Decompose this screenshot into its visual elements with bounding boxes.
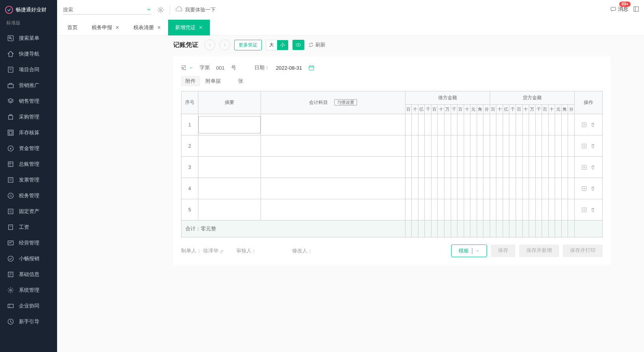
voucher-card: 记 字第 001 号 日期： 2022-08-31 附件 附单据 张 [173, 56, 611, 265]
tab-0[interactable]: 首页 [60, 20, 85, 35]
sidebar-item-label: 经营管理 [19, 239, 39, 246]
tab-1[interactable]: 税务申报✕ [85, 20, 126, 35]
summary-cell[interactable] [198, 135, 261, 157]
add-row-icon[interactable] [581, 186, 587, 191]
summary-cell[interactable] [198, 114, 261, 135]
size-small-button[interactable]: 小 [277, 40, 288, 50]
voucher-number[interactable]: 001 [216, 65, 225, 71]
refresh-button[interactable]: 刷新 [308, 41, 326, 48]
delete-row-icon[interactable] [590, 207, 596, 213]
action-cell [574, 135, 602, 157]
brand-logo: 畅捷通好业财 [0, 0, 57, 20]
experience-label: 我要体验一下 [185, 6, 216, 13]
modifier-info: 修改人： [292, 247, 313, 254]
sidebar-item-14[interactable]: 小畅报销 [0, 251, 57, 267]
sidebar-item-2[interactable]: 项目合同 [0, 62, 57, 78]
sidebar-item-label: 营销推广 [19, 82, 39, 89]
panel-icon[interactable] [633, 6, 639, 12]
template-button[interactable]: 模板 [451, 245, 487, 257]
sidebar-item-15[interactable]: 基础信息 [0, 267, 57, 282]
delete-row-icon[interactable] [590, 186, 596, 191]
add-row-icon[interactable] [581, 143, 587, 149]
sidebar-item-1[interactable]: 快捷导航 [0, 46, 57, 62]
template-dropdown[interactable] [472, 248, 479, 254]
sidebar-item-6[interactable]: 库存核算 [0, 125, 57, 141]
sidebar-item-18[interactable]: 新手引导 [0, 314, 57, 330]
sidebar-item-13[interactable]: 经营管理 [0, 235, 57, 251]
action-cell [574, 178, 602, 199]
tab-3[interactable]: 新增凭证✕ [168, 20, 210, 35]
voucher-date[interactable]: 2022-08-31 [276, 65, 302, 71]
delete-row-icon[interactable] [590, 122, 596, 128]
sidebar-item-0[interactable]: 搜索菜单 [0, 30, 57, 46]
add-row-icon[interactable] [581, 165, 587, 170]
sidebar-item-11[interactable]: 固定资产 [0, 204, 57, 219]
subject-cell[interactable] [261, 157, 405, 178]
sidebar-item-17[interactable]: 企业协同 [0, 298, 57, 314]
tab-2[interactable]: 税表清册✕ [126, 20, 168, 35]
summary-cell[interactable] [198, 178, 261, 199]
sidebar-item-9[interactable]: 发票管理 [0, 172, 57, 188]
sidebar-item-3[interactable]: 营销推广 [0, 78, 57, 93]
sidebar-icon [7, 224, 14, 231]
chevron-down-icon[interactable] [146, 7, 152, 12]
sidebar-item-8[interactable]: 总账管理 [0, 156, 57, 172]
close-icon[interactable]: ✕ [157, 25, 161, 30]
voucher-header: 记 字第 001 号 日期： 2022-08-31 [181, 64, 603, 71]
voucher-type[interactable]: 记 [181, 64, 193, 71]
sidebar-icon [7, 208, 14, 215]
sidebar-item-label: 发票管理 [19, 176, 39, 183]
calendar-icon[interactable] [308, 65, 315, 71]
next-button[interactable] [219, 39, 230, 50]
summary-cell[interactable] [198, 157, 261, 178]
save-button[interactable]: 保存 [491, 245, 515, 257]
close-icon[interactable]: ✕ [115, 25, 119, 30]
svg-rect-20 [8, 209, 13, 214]
sidebar-item-5[interactable]: 采购管理 [0, 109, 57, 125]
add-row-icon[interactable] [581, 122, 587, 128]
summary-cell[interactable] [198, 199, 261, 220]
save-print-button[interactable]: 保存并打印 [563, 245, 603, 257]
sidebar-item-label: 采购管理 [19, 113, 39, 120]
sidebar-item-16[interactable]: 系统管理 [0, 282, 57, 298]
delete-row-icon[interactable] [590, 165, 596, 170]
sidebar-item-label: 快捷导航 [19, 50, 39, 57]
more-voucher-button[interactable]: 更多凭证 [234, 40, 262, 50]
chevron-down-icon [476, 249, 479, 253]
sidebar-item-4[interactable]: 销售管理 [0, 93, 57, 109]
sidebar-icon [7, 35, 14, 42]
delete-row-icon[interactable] [590, 143, 596, 149]
sidebar-item-label: 基础信息 [19, 271, 39, 278]
search-box[interactable] [63, 5, 152, 15]
tab-label: 税表清册 [133, 24, 154, 31]
summary-input[interactable] [198, 116, 261, 133]
sidebar-icon [7, 50, 14, 57]
edit-icon[interactable] [220, 249, 224, 254]
sidebar-item-label: 固定资产 [19, 208, 39, 215]
preview-button[interactable] [292, 40, 304, 50]
add-row-icon[interactable] [581, 207, 587, 213]
gear-icon[interactable] [157, 6, 164, 13]
voucher-footer: 制单人： 徐泽华 审核人： 修改人： 模板 保存 保存并新增 [181, 245, 603, 257]
attachment-button[interactable]: 附件 [181, 76, 200, 86]
sidebar-item-7[interactable]: ¥资金管理 [0, 141, 57, 156]
subject-cell[interactable] [261, 135, 405, 157]
sidebar-item-label: 销售管理 [19, 98, 39, 105]
sidebar-item-12[interactable]: 工资 [0, 219, 57, 235]
habit-settings-button[interactable]: 习惯设置 [334, 99, 357, 106]
subject-cell[interactable] [261, 114, 405, 135]
subject-cell[interactable] [261, 199, 405, 220]
subject-cell[interactable] [261, 178, 405, 199]
size-toggle: 大 小 [266, 40, 289, 50]
prev-button[interactable] [204, 39, 215, 50]
save-new-button[interactable]: 保存并新增 [519, 245, 559, 257]
search-input[interactable] [63, 7, 134, 13]
close-icon[interactable]: ✕ [199, 25, 203, 30]
tab-label: 首页 [67, 24, 78, 31]
sidebar-item-10[interactable]: 税务管理 [0, 188, 57, 204]
experience-button[interactable]: 我要体验一下 [176, 6, 216, 13]
sidebar-icon [7, 66, 14, 73]
action-cell [574, 199, 602, 220]
attachment-row: 附件 附单据 张 [181, 76, 603, 86]
size-large-button[interactable]: 大 [266, 40, 277, 50]
